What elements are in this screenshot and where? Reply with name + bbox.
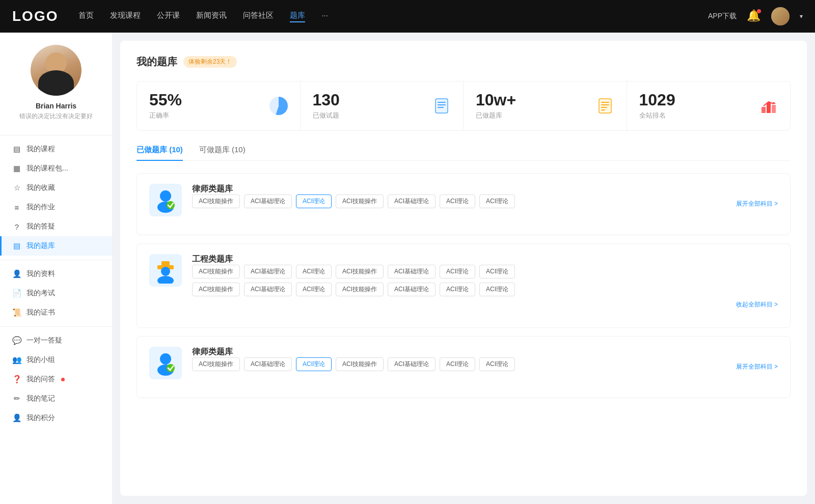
sidebar-item-one-on-one[interactable]: 💬 一对一答疑	[0, 331, 112, 350]
nav-right: APP下载 🔔 ▾	[708, 7, 803, 25]
qbank-lawyer-2-content: 律师类题库 ACI技能操作 ACI基础理论 ACI理论 ACI技能操作 ACI基…	[192, 347, 778, 371]
tag-6[interactable]: ACI理论	[479, 194, 515, 208]
qbank-engineer-avatar	[149, 254, 182, 287]
sidebar-user-name: Brian Harris	[36, 102, 76, 110]
expand-lawyer-1-link[interactable]: 展开全部科目 >	[736, 200, 778, 208]
nav-more[interactable]: ···	[321, 11, 328, 22]
certificate-icon: 📜	[12, 308, 21, 317]
l2-tag-3[interactable]: ACI技能操作	[336, 357, 384, 371]
sidebar-item-favorites[interactable]: ☆ 我的收藏	[0, 178, 112, 198]
qbank-lawyer-2-tags-row: ACI技能操作 ACI基础理论 ACI理论 ACI技能操作 ACI基础理论 AC…	[192, 357, 778, 371]
svg-rect-4	[599, 99, 611, 113]
eng-tag-5[interactable]: ACI理论	[440, 265, 475, 278]
svg-rect-2	[438, 104, 446, 105]
svg-rect-6	[601, 104, 609, 105]
sidebar-item-profile[interactable]: 👤 我的资料	[0, 264, 112, 284]
main-content: 我的题库 体验剩余23天！ 55% 正确率 130 已做试题	[120, 41, 807, 496]
stat-rank-value: 1029	[639, 92, 675, 108]
tabs-row: 已做题库 (10) 可做题库 (10)	[137, 145, 791, 161]
stat-questions-value: 130	[313, 92, 340, 108]
sidebar-item-points[interactable]: 👤 我的积分	[0, 408, 112, 428]
user-avatar[interactable]	[771, 7, 790, 25]
nav-discover[interactable]: 发现课程	[110, 11, 141, 22]
eng-tag-r2-1[interactable]: ACI基础理论	[244, 283, 292, 296]
eng-tag-0[interactable]: ACI技能操作	[192, 265, 240, 278]
page-layout: Brian Harris 错误的决定比没有决定要好 ▤ 我的课程 ▦ 我的课程包…	[0, 33, 815, 504]
nav-home[interactable]: 首页	[78, 11, 94, 22]
nav-qbank[interactable]: 题库	[290, 11, 305, 22]
qbank-lawyer-tags: ACI技能操作 ACI基础理论 ACI理论 ACI技能操作 ACI基础理论 AC…	[192, 194, 515, 208]
nav-opencourse[interactable]: 公开课	[157, 11, 180, 22]
eng-tag-2[interactable]: ACI理论	[296, 265, 332, 278]
eng-tag-4[interactable]: ACI基础理论	[388, 265, 436, 278]
l2-tag-6[interactable]: ACI理论	[479, 357, 515, 371]
collapse-engineer-link[interactable]: 收起全部科目 >	[192, 300, 778, 309]
eng-tag-r2-2[interactable]: ACI理论	[296, 283, 332, 296]
eng-tag-r2-0[interactable]: ACI技能操作	[192, 283, 240, 296]
eng-tag-r2-6[interactable]: ACI理论	[479, 283, 515, 296]
stat-banks-left: 10w+ 已做题库	[476, 92, 516, 120]
trial-badge: 体验剩余23天！	[183, 56, 237, 68]
expand-lawyer-2-link[interactable]: 展开全部科目 >	[736, 362, 778, 371]
l2-tag-5[interactable]: ACI理论	[440, 357, 475, 371]
eng-tag-1[interactable]: ACI基础理论	[244, 265, 292, 278]
tag-2-active[interactable]: ACI理论	[296, 194, 332, 208]
course-icon: ▤	[12, 145, 21, 154]
qbank-engineer-tags-row1: ACI技能操作 ACI基础理论 ACI理论 ACI技能操作 ACI基础理论 AC…	[192, 265, 778, 278]
notes-icon: ✏	[12, 394, 21, 403]
svg-rect-8	[601, 109, 605, 110]
svg-point-13	[160, 190, 171, 202]
eng-tag-3[interactable]: ACI技能操作	[336, 265, 384, 278]
tag-5[interactable]: ACI理论	[440, 194, 475, 208]
page-title-row: 我的题库 体验剩余23天！	[137, 55, 791, 69]
sidebar-avatar-image	[31, 45, 82, 96]
sidebar-item-exam[interactable]: 📄 我的考试	[0, 284, 112, 303]
svg-rect-11	[772, 105, 776, 113]
qbank-lawyer-content: 律师类题库 ACI技能操作 ACI基础理论 ACI理论 ACI技能操作 ACI基…	[192, 184, 778, 208]
stat-banks-done: 10w+ 已做题库	[464, 81, 627, 130]
sidebar-item-my-qa[interactable]: ❓ 我的问答	[0, 370, 112, 389]
eng-tag-r2-5[interactable]: ACI理论	[440, 283, 475, 296]
lawyer-avatar-icon	[152, 187, 179, 213]
sidebar-item-qa[interactable]: ? 我的答疑	[0, 217, 112, 236]
svg-rect-3	[438, 107, 444, 108]
stat-accuracy-value: 55%	[149, 92, 182, 108]
tab-available-banks[interactable]: 可做题库 (10)	[199, 145, 246, 161]
sidebar-item-certificate[interactable]: 📜 我的证书	[0, 303, 112, 322]
sidebar: Brian Harris 错误的决定比没有决定要好 ▤ 我的课程 ▦ 我的课程包…	[0, 33, 112, 504]
qbank-lawyer-2-header: 律师类题库 ACI技能操作 ACI基础理论 ACI理论 ACI技能操作 ACI基…	[149, 347, 778, 379]
tag-4[interactable]: ACI基础理论	[388, 194, 436, 208]
stat-accuracy-label: 正确率	[149, 111, 182, 120]
qbank-engineer-header: 工程类题库 ACI技能操作 ACI基础理论 ACI理论 ACI技能操作 ACI基…	[149, 254, 778, 309]
chevron-down-icon[interactable]: ▾	[800, 13, 803, 20]
sidebar-item-group[interactable]: 👥 我的小组	[0, 350, 112, 370]
eng-tag-r2-3[interactable]: ACI技能操作	[336, 283, 384, 296]
sidebar-item-course-package[interactable]: ▦ 我的课程包...	[0, 159, 112, 178]
qbank-lawyer-tags-row: ACI技能操作 ACI基础理论 ACI理论 ACI技能操作 ACI基础理论 AC…	[192, 194, 778, 208]
l2-tag-2-active[interactable]: ACI理论	[296, 357, 332, 371]
tag-3[interactable]: ACI技能操作	[336, 194, 384, 208]
svg-rect-5	[601, 102, 609, 103]
nav-qa[interactable]: 问答社区	[243, 11, 274, 22]
pie-chart	[269, 97, 288, 115]
app-download-link[interactable]: APP下载	[708, 12, 737, 21]
qa-icon: ?	[12, 222, 21, 231]
qbank-lawyer-header: 律师类题库 ACI技能操作 ACI基础理论 ACI理论 ACI技能操作 ACI基…	[149, 184, 778, 216]
tag-1[interactable]: ACI基础理论	[244, 194, 292, 208]
l2-tag-0[interactable]: ACI技能操作	[192, 357, 240, 371]
sidebar-item-my-course[interactable]: ▤ 我的课程	[0, 139, 112, 159]
nav-news[interactable]: 新闻资讯	[196, 11, 227, 22]
sidebar-item-notes[interactable]: ✏ 我的笔记	[0, 389, 112, 408]
sidebar-item-homework[interactable]: ≡ 我的作业	[0, 198, 112, 217]
my-qa-icon: ❓	[12, 375, 21, 384]
eng-tag-r2-4[interactable]: ACI基础理论	[388, 283, 436, 296]
logo[interactable]: LOGO	[12, 8, 58, 24]
l2-tag-4[interactable]: ACI基础理论	[388, 357, 436, 371]
l2-tag-1[interactable]: ACI基础理论	[244, 357, 292, 371]
eng-tag-6[interactable]: ACI理论	[479, 265, 515, 278]
notification-bell-button[interactable]: 🔔	[747, 9, 761, 23]
tag-0[interactable]: ACI技能操作	[192, 194, 240, 208]
sidebar-item-qbank[interactable]: ▤ 我的题库	[0, 236, 112, 256]
accuracy-chart-icon	[269, 97, 288, 115]
tab-done-banks[interactable]: 已做题库 (10)	[137, 145, 183, 161]
